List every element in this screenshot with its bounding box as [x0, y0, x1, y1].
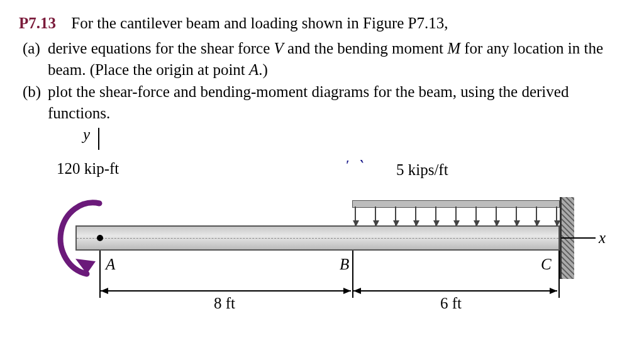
load-arrow-icon	[415, 207, 416, 225]
y-axis	[98, 128, 99, 150]
var-V: V	[274, 40, 284, 57]
y-axis-label: y	[83, 124, 90, 145]
point-C-label: C	[541, 254, 552, 275]
point-B-label: B	[340, 254, 349, 275]
figure: y 120 kip-ft 5 kips/ft ′ ‵ x A B C	[38, 128, 604, 317]
point-A-label: A	[106, 254, 115, 275]
load-arrow-icon	[496, 207, 497, 225]
part-a-label: (a)	[23, 38, 48, 81]
var-M: M	[447, 40, 460, 57]
load-arrow-icon	[516, 207, 517, 225]
dim-line-BC	[353, 290, 557, 292]
load-arrow-icon	[435, 207, 436, 225]
problem-intro: For the cantilever beam and loading show…	[71, 14, 448, 31]
var-A: A	[249, 61, 258, 78]
part-a-text: derive equations for the shear force V a…	[48, 38, 625, 81]
dim-AB-value: 8 ft	[214, 293, 235, 314]
load-arrow-icon	[355, 207, 356, 225]
problem-number: P7.13	[19, 14, 56, 31]
x-axis-line	[561, 237, 596, 239]
x-axis-label: x	[599, 227, 606, 249]
distributed-load	[352, 200, 560, 225]
annotation-scribble: ′ ‵	[346, 157, 367, 174]
load-arrow-icon	[455, 207, 457, 225]
dim-line-AB	[101, 290, 351, 292]
part-a: (a) derive equations for the shear force…	[23, 38, 625, 81]
moment-value: 120 kip-ft	[57, 158, 119, 179]
load-arrow-icon	[475, 207, 477, 225]
part-b-text: plot the shear-force and bending-moment …	[48, 81, 625, 124]
dim-BC-value: 6 ft	[440, 293, 462, 314]
load-arrow-icon	[395, 207, 396, 225]
dist-load-value: 5 kips/ft	[396, 159, 448, 181]
load-arrow-icon	[375, 207, 376, 225]
problem-header: P7.13 For the cantilever beam and loadin…	[19, 13, 625, 34]
beam	[75, 225, 560, 251]
part-b: (b) plot the shear-force and bending-mom…	[23, 81, 625, 124]
load-arrow-icon	[536, 207, 537, 225]
load-arrow-icon	[556, 207, 557, 225]
dim-tick	[558, 251, 560, 298]
part-b-label: (b)	[23, 81, 48, 124]
problem-parts: (a) derive equations for the shear force…	[23, 38, 625, 124]
